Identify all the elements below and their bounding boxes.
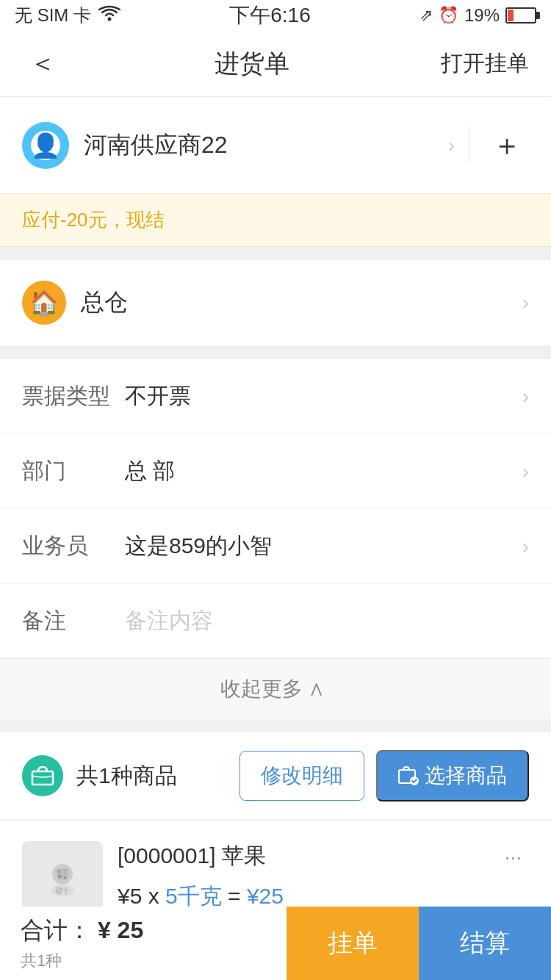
salesman-value: 这是859的小智	[118, 531, 515, 561]
hang-button[interactable]: 挂单	[287, 907, 419, 980]
department-value: 总 部	[118, 456, 515, 486]
supplier-avatar: 👤	[22, 122, 69, 169]
person-icon: 👤	[31, 131, 60, 159]
status-bar: 无 SIM 卡 下午6:16 ⇗ ⏰ 19%	[0, 0, 551, 31]
product-title: 苹果	[222, 843, 266, 868]
total-sub-label: 共1种	[21, 950, 266, 972]
warehouse-name: 总仓	[81, 287, 515, 319]
form-section: 票据类型 不开票 › 部门 总 部 › 业务员 这是859的小智 › 备注 备注…	[0, 359, 551, 719]
location-icon: ⇗	[419, 6, 433, 25]
note-row[interactable]: 备注 备注内容	[0, 583, 551, 658]
salesman-label: 业务员	[22, 531, 118, 561]
bottom-total: 合计： ¥ 25 共1种	[0, 907, 287, 980]
supplier-chevron-icon: ›	[448, 134, 455, 157]
home-icon: 🏠	[29, 289, 59, 317]
products-icon	[22, 755, 63, 796]
bottom-bar: 合计： ¥ 25 共1种 挂单 结算	[0, 907, 551, 980]
salesman-row[interactable]: 业务员 这是859的小智 ›	[0, 508, 551, 583]
note-label: 备注	[22, 606, 118, 636]
collapse-label: 收起更多 ∧	[220, 675, 325, 703]
svg-point-8	[58, 875, 62, 879]
page-title: 进货单	[215, 47, 289, 81]
supplier-notice: 应付-20元，现结	[0, 194, 551, 247]
supplier-section: 👤 河南供应商22 › ＋ 应付-20元，现结	[0, 97, 551, 247]
subtotal-value: ¥25	[247, 884, 284, 908]
price-value: ¥5 x	[118, 884, 165, 908]
supplier-name: 河南供应商22	[84, 129, 441, 162]
status-time: 下午6:16	[229, 1, 311, 29]
battery-icon	[505, 7, 536, 24]
select-product-button[interactable]: 选择商品	[376, 750, 529, 801]
product-name: [0000001] 苹果	[118, 841, 497, 871]
invoice-chevron-icon: ›	[522, 385, 529, 408]
battery-percent: 19%	[464, 5, 500, 26]
product-info: [0000001] 苹果 ¥5 x 5千克 = ¥25	[118, 841, 497, 912]
alarm-icon: ⏰	[439, 6, 458, 25]
svg-text:碧十: 碧十	[55, 887, 70, 895]
avatar-inner: 👤	[31, 131, 60, 160]
select-product-label: 选择商品	[425, 762, 507, 790]
department-label: 部门	[22, 456, 118, 486]
svg-point-6	[57, 869, 61, 873]
warehouse-chevron-icon: ›	[522, 291, 529, 314]
warehouse-section: 🏠 总仓 ›	[0, 260, 551, 345]
collapse-bar[interactable]: 收起更多 ∧	[0, 658, 551, 719]
note-placeholder: 备注内容	[118, 606, 529, 636]
content: 👤 河南供应商22 › ＋ 应付-20元，现结 🏠 总仓 › 票据类型 不开票 …	[0, 97, 551, 980]
svg-point-0	[108, 18, 112, 21]
warehouse-row[interactable]: 🏠 总仓 ›	[0, 260, 551, 345]
product-count-label: 共1种商品	[76, 761, 240, 791]
wifi-icon	[98, 5, 120, 26]
carrier-text: 无 SIM 卡	[15, 4, 91, 27]
status-left: 无 SIM 卡	[15, 4, 120, 27]
status-right: ⇗ ⏰ 19%	[419, 5, 536, 26]
product-code: [0000001]	[118, 843, 222, 868]
salesman-chevron-icon: ›	[522, 535, 529, 558]
product-more-button[interactable]: ···	[497, 841, 529, 873]
invoice-label: 票据类型	[22, 381, 118, 411]
checkout-button[interactable]: 结算	[419, 907, 551, 980]
add-supplier-button[interactable]: ＋	[485, 118, 529, 173]
department-chevron-icon: ›	[522, 460, 529, 483]
nav-bar: ＜ 进货单 打开挂单	[0, 31, 551, 97]
svg-point-7	[65, 868, 68, 871]
warehouse-icon: 🏠	[22, 281, 66, 325]
invoice-value: 不开票	[118, 381, 515, 411]
total-amount: 合计： ¥ 25	[21, 915, 266, 947]
equals-sign: =	[228, 884, 247, 908]
invoice-row[interactable]: 票据类型 不开票 ›	[0, 359, 551, 433]
svg-point-9	[64, 876, 67, 879]
open-hang-button[interactable]: 打开挂单	[441, 48, 529, 79]
total-value: ¥ 25	[98, 917, 143, 943]
back-button[interactable]: ＜	[22, 38, 63, 89]
product-header: 共1种商品 修改明细 选择商品	[0, 732, 551, 820]
supplier-row[interactable]: 👤 河南供应商22 › ＋	[0, 97, 551, 194]
total-label: 合计：	[21, 917, 91, 943]
svg-rect-1	[32, 771, 53, 785]
department-row[interactable]: 部门 总 部 ›	[0, 433, 551, 508]
quantity-value: 5千克	[165, 884, 222, 908]
edit-detail-button[interactable]: 修改明细	[240, 751, 364, 801]
vertical-divider	[469, 127, 470, 164]
